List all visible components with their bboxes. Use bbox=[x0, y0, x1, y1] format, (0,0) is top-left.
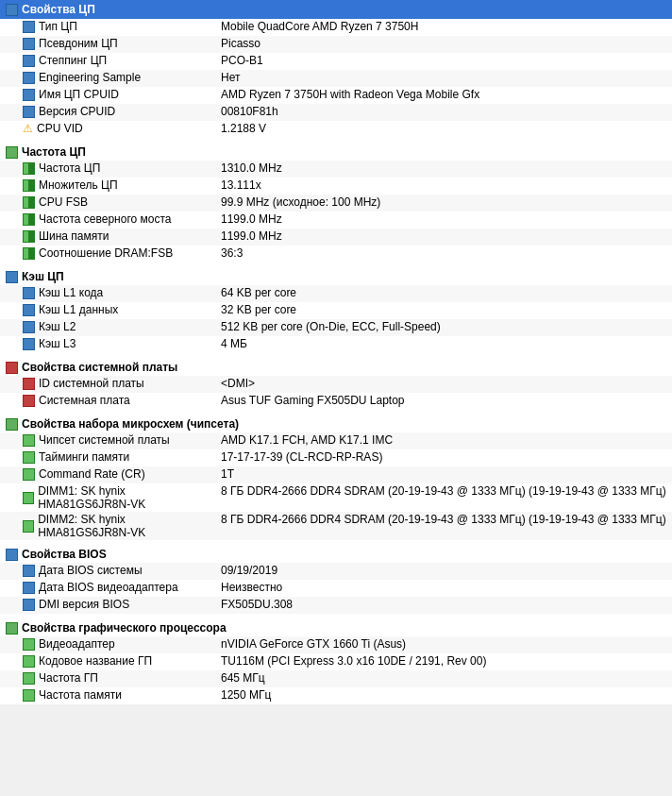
freq-section-icon bbox=[6, 146, 18, 159]
table-row: Тип ЦП Mobile QuadCore AMD Ryzen 7 3750H bbox=[0, 19, 672, 36]
cpu-icon bbox=[23, 21, 35, 33]
chip-icon bbox=[23, 492, 34, 504]
value-dmi-bios: FX505DU.308 bbox=[221, 598, 666, 611]
value-eng-sample: Нет bbox=[221, 71, 666, 84]
gpu-title: Свойства графического процессора bbox=[22, 621, 227, 635]
table-row: Дата BIOS системы 09/19/2019 bbox=[0, 563, 672, 580]
table-row: Частота ЦП 1310.0 MHz bbox=[0, 161, 672, 178]
label-cpu-stepping: Степпинг ЦП bbox=[39, 54, 107, 67]
cache-icon bbox=[23, 287, 35, 299]
gpu-icon bbox=[23, 672, 35, 685]
value-cpu-alias: Picasso bbox=[221, 37, 666, 50]
table-row: Кэш L2 512 KB per core (On-Die, ECC, Ful… bbox=[0, 319, 672, 336]
chip-icon bbox=[23, 451, 35, 464]
bios-section-icon bbox=[6, 549, 18, 561]
cache-header: Кэш ЦП bbox=[0, 266, 672, 285]
value-chipset: AMD K17.1 FCH, AMD K17.1 IMC bbox=[221, 433, 666, 447]
label-dimm2: DIMM2: SK hynix HMA81GS6JR8N-VK bbox=[38, 513, 221, 539]
table-row: CPU FSB 99.9 MHz (исходное: 100 MHz) bbox=[0, 195, 672, 212]
label-cpu-vid: CPU VID bbox=[37, 122, 83, 135]
table-row: Соотношение DRAM:FSB 36:3 bbox=[0, 246, 672, 263]
value-cr: 1T bbox=[221, 467, 666, 481]
value-nb-freq: 1199.0 MHz bbox=[221, 212, 666, 226]
label-vga-bios-date: Дата BIOS видеоадаптера bbox=[39, 581, 178, 594]
table-row: Версия CPUID 00810F81h bbox=[0, 104, 672, 121]
gpu-icon bbox=[23, 638, 35, 651]
label-dmi-bios: DMI версия BIOS bbox=[39, 598, 129, 611]
value-mem-freq: 1250 МГц bbox=[221, 688, 666, 702]
gpu-icon bbox=[23, 655, 35, 668]
value-dimm2: 8 ГБ DDR4-2666 DDR4 SDRAM (20-19-19-43 @… bbox=[221, 513, 666, 526]
gpu-section: Свойства графического процессора Видеоад… bbox=[0, 618, 672, 704]
label-mem-freq: Частота памяти bbox=[39, 688, 122, 702]
gpu-section-icon bbox=[6, 622, 18, 635]
gpu-icon bbox=[23, 689, 35, 702]
label-fsb: CPU FSB bbox=[39, 195, 88, 209]
freq-section: Частота ЦП Частота ЦП 1310.0 MHz Множите… bbox=[0, 142, 672, 263]
bios-section: Свойства BIOS Дата BIOS системы 09/19/20… bbox=[0, 544, 672, 614]
label-l3: Кэш L3 bbox=[39, 337, 76, 350]
value-cpuid-ver: 00810F81h bbox=[221, 105, 666, 118]
value-fsb: 99.9 MHz (исходное: 100 MHz) bbox=[221, 195, 666, 209]
freq-title: Частота ЦП bbox=[22, 145, 86, 159]
label-mb-name: Системная плата bbox=[39, 394, 130, 407]
table-row: Частота памяти 1250 МГц bbox=[0, 687, 672, 704]
value-gpu-freq: 645 МГц bbox=[221, 671, 666, 685]
value-cpu-type: Mobile QuadCore AMD Ryzen 7 3750H bbox=[221, 20, 666, 33]
table-row: Системная плата Asus TUF Gaming FX505DU … bbox=[0, 393, 672, 410]
value-gpu-adapter: nVIDIA GeForce GTX 1660 Ti (Asus) bbox=[221, 637, 666, 651]
warn-icon: ⚠ bbox=[23, 122, 33, 135]
mb-section-icon bbox=[6, 362, 18, 374]
table-row: Имя ЦП CPUID AMD Ryzen 7 3750H with Rade… bbox=[0, 87, 672, 104]
mb-header: Свойства системной платы bbox=[0, 357, 672, 376]
bios-icon bbox=[23, 565, 35, 577]
table-row: Множитель ЦП 13.111x bbox=[0, 178, 672, 195]
label-cpu-alias: Псевдоним ЦП bbox=[39, 37, 118, 50]
label-dimm1: DIMM1: SK hynix HMA81GS6JR8N-VK bbox=[38, 484, 221, 511]
cache-icon bbox=[23, 338, 35, 350]
chip-icon bbox=[23, 520, 34, 533]
cache-section: Кэш ЦП Кэш L1 кода 64 KB per core Кэш L1… bbox=[0, 266, 672, 353]
value-l1-code: 64 KB per core bbox=[221, 286, 666, 299]
cache-section-icon bbox=[6, 271, 18, 283]
table-row: Кэш L1 кода 64 KB per core bbox=[0, 285, 672, 302]
bios-header: Свойства BIOS bbox=[0, 544, 672, 563]
main-title: Свойства ЦП bbox=[22, 3, 95, 16]
value-freq: 1310.0 MHz bbox=[221, 161, 666, 175]
label-mem-bus: Шина памяти bbox=[39, 229, 109, 243]
table-row: ⚠ CPU VID 1.2188 V bbox=[0, 121, 672, 138]
label-cpuid-ver: Версия CPUID bbox=[39, 105, 115, 118]
table-row: Дата BIOS видеоадаптера Неизвестно bbox=[0, 580, 672, 597]
freq-icon bbox=[23, 247, 35, 260]
label-l1-code: Кэш L1 кода bbox=[39, 286, 103, 299]
cpu-icon bbox=[23, 106, 35, 118]
cpu-icon bbox=[23, 38, 35, 50]
label-cr: Command Rate (CR) bbox=[39, 467, 145, 481]
table-row: Частота северного моста 1199.0 MHz bbox=[0, 212, 672, 229]
label-mb-id: ID системной платы bbox=[39, 377, 144, 390]
label-gpu-codename: Кодовое название ГП bbox=[39, 654, 152, 668]
freq-icon bbox=[23, 196, 35, 209]
cache-title: Кэш ЦП bbox=[22, 270, 64, 283]
value-mem-bus: 1199.0 MHz bbox=[221, 229, 666, 243]
main-header: Свойства ЦП bbox=[0, 0, 672, 19]
label-freq: Частота ЦП bbox=[39, 161, 100, 175]
freq-icon bbox=[23, 230, 35, 243]
cpu-icon bbox=[23, 55, 35, 67]
table-row: DIMM1: SK hynix HMA81GS6JR8N-VK 8 ГБ DDR… bbox=[0, 483, 672, 512]
cpu-icon bbox=[23, 89, 35, 101]
value-cpuid-name: AMD Ryzen 7 3750H with Radeon Vega Mobil… bbox=[221, 88, 666, 101]
value-cpu-stepping: PCO-B1 bbox=[221, 54, 666, 67]
table-row: Степпинг ЦП PCO-B1 bbox=[0, 53, 672, 70]
value-l1-data: 32 KB per core bbox=[221, 303, 666, 316]
chipset-header: Свойства набора микросхем (чипсета) bbox=[0, 414, 672, 432]
cache-icon bbox=[23, 321, 35, 333]
label-bios-date: Дата BIOS системы bbox=[39, 564, 143, 577]
table-row: Кэш L1 данных 32 KB per core bbox=[0, 302, 672, 319]
mb-icon bbox=[23, 378, 35, 390]
label-cpu-type: Тип ЦП bbox=[39, 20, 77, 33]
cache-icon bbox=[23, 304, 35, 316]
label-nb-freq: Частота северного моста bbox=[39, 212, 171, 226]
value-cpu-vid: 1.2188 V bbox=[221, 122, 666, 135]
freq-icon bbox=[23, 162, 35, 175]
